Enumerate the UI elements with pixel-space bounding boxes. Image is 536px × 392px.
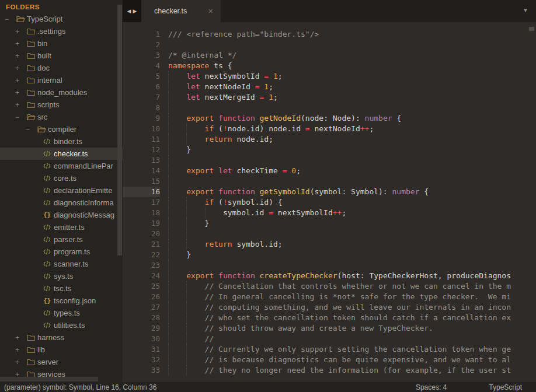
tree-item-tsc-ts[interactable]: tsc.ts	[0, 282, 123, 295]
code-line-4[interactable]: 4namespace ts {	[123, 61, 536, 71]
line-number[interactable]: 28	[123, 313, 160, 323]
line-number[interactable]: 9	[123, 113, 160, 124]
tree-item-server[interactable]: +server	[0, 356, 123, 368]
code-line-25[interactable]: 25// Cancellation that controls whether …	[123, 281, 536, 292]
code-line-20[interactable]: 20	[123, 229, 536, 239]
tree-item-checker-ts[interactable]: checker.ts	[0, 148, 123, 160]
status-indent-setting[interactable]: Spaces: 4	[416, 383, 447, 391]
tree-item-doc[interactable]: +doc	[0, 62, 123, 74]
line-number[interactable]: 29	[123, 323, 160, 334]
expand-toggle-icon[interactable]: +	[15, 346, 27, 354]
expand-toggle-icon[interactable]: +	[15, 64, 27, 72]
tree-item-harness[interactable]: +harness	[0, 331, 123, 344]
line-number[interactable]: 12	[123, 145, 160, 155]
code-line-32[interactable]: 32// is because diagnostics can be quite…	[123, 355, 536, 365]
tab-nav-right-icon[interactable]: ▶	[133, 8, 137, 14]
line-number[interactable]: 19	[123, 218, 160, 229]
tab-close-icon[interactable]: ×	[208, 7, 213, 15]
tree-item-tsconfig-json[interactable]: {}tsconfig.json	[0, 295, 123, 307]
tree-item-typescript[interactable]: −TypeScript	[0, 13, 123, 25]
tree-item-scripts[interactable]: +scripts	[0, 99, 123, 111]
sidebar-vertical-scrollbar[interactable]	[117, 5, 122, 256]
tree-item-built[interactable]: +built	[0, 50, 123, 62]
line-number[interactable]: 11	[123, 134, 160, 145]
line-number[interactable]: 26	[123, 292, 160, 302]
line-number[interactable]: 1	[123, 29, 160, 40]
code-line-21[interactable]: 21return symbol.id;	[123, 239, 536, 250]
tree-item-utilities-ts[interactable]: utilities.ts	[0, 319, 123, 331]
tab-overflow-menu-icon[interactable]: ▼	[523, 7, 528, 13]
tree-item-node-modules[interactable]: +node_modules	[0, 86, 123, 99]
tree-item-emitter-ts[interactable]: emitter.ts	[0, 221, 123, 233]
line-number[interactable]: 16	[123, 187, 160, 197]
editor-vertical-scrollbar[interactable]	[529, 27, 534, 31]
code-line-18[interactable]: 18symbol.id = nextSymbolId++;	[123, 208, 536, 218]
code-line-33[interactable]: 33// they no longer need the information…	[123, 365, 536, 376]
tree-item-lib[interactable]: +lib	[0, 344, 123, 356]
code-line-13[interactable]: 13	[123, 155, 536, 166]
code-line-3[interactable]: 3/* @internal */	[123, 50, 536, 61]
tree-item--settings[interactable]: +.settings	[0, 25, 123, 37]
status-syntax[interactable]: TypeScript	[489, 383, 522, 391]
code-line-10[interactable]: 10if (!node.id) node.id = nextNodeId++;	[123, 124, 536, 134]
code-line-30[interactable]: 30//	[123, 334, 536, 344]
code-line-17[interactable]: 17if (!symbol.id) {	[123, 197, 536, 208]
line-number[interactable]: 3	[123, 50, 160, 61]
code-line-28[interactable]: 28// who set the cancellation token shou…	[123, 313, 536, 323]
expand-toggle-icon[interactable]: +	[15, 40, 27, 48]
line-number[interactable]: 24	[123, 271, 160, 281]
line-number[interactable]: 23	[123, 260, 160, 271]
expand-toggle-icon[interactable]: +	[15, 101, 27, 109]
line-number[interactable]: 25	[123, 281, 160, 292]
sidebar-horizontal-scrollbar[interactable]	[0, 377, 98, 382]
code-line-22[interactable]: 22}	[123, 250, 536, 260]
line-number[interactable]: 5	[123, 71, 160, 82]
expand-toggle-icon[interactable]: −	[26, 125, 37, 134]
expand-toggle-icon[interactable]: −	[15, 113, 27, 121]
line-number[interactable]: 8	[123, 103, 160, 113]
code-line-11[interactable]: 11return node.id;	[123, 134, 536, 145]
tree-item-parser-ts[interactable]: parser.ts	[0, 233, 123, 246]
code-line-7[interactable]: 7let nextMergeId = 1;	[123, 92, 536, 103]
line-number[interactable]: 7	[123, 92, 160, 103]
tree-item-program-ts[interactable]: program.ts	[0, 246, 123, 258]
code-line-24[interactable]: 24export function createTypeChecker(host…	[123, 271, 536, 281]
code-line-6[interactable]: 6let nextNodeId = 1;	[123, 82, 536, 92]
code-line-16[interactable]: 16export function getSymbolId(symbol: Sy…	[123, 187, 536, 197]
expand-toggle-icon[interactable]: +	[15, 52, 27, 60]
line-number[interactable]: 2	[123, 40, 160, 50]
code-line-26[interactable]: 26// In general cancelling is *not* safe…	[123, 292, 536, 302]
tree-item-types-ts[interactable]: types.ts	[0, 307, 123, 319]
expand-toggle-icon[interactable]: +	[15, 358, 27, 366]
line-number[interactable]: 30	[123, 334, 160, 344]
expand-toggle-icon[interactable]: −	[5, 15, 16, 23]
code-line-19[interactable]: 19}	[123, 218, 536, 229]
expand-toggle-icon[interactable]: +	[15, 27, 27, 36]
code-line-23[interactable]: 23	[123, 260, 536, 271]
line-number[interactable]: 31	[123, 344, 160, 355]
line-number[interactable]: 17	[123, 197, 160, 208]
tree-item-diagnosticinforma[interactable]: diagnosticInforma	[0, 197, 123, 209]
line-number[interactable]: 6	[123, 82, 160, 92]
expand-toggle-icon[interactable]: +	[15, 76, 27, 85]
tree-item-bin[interactable]: +bin	[0, 37, 123, 50]
line-number[interactable]: 15	[123, 176, 160, 187]
tree-item-sys-ts[interactable]: sys.ts	[0, 270, 123, 282]
tree-item-declarationemitte[interactable]: declarationEmitte	[0, 184, 123, 197]
expand-toggle-icon[interactable]: +	[15, 89, 27, 97]
line-number[interactable]: 18	[123, 208, 160, 218]
code-line-2[interactable]: 2	[123, 40, 536, 50]
line-number[interactable]: 32	[123, 355, 160, 365]
code-line-5[interactable]: 5let nextSymbolId = 1;	[123, 71, 536, 82]
line-number[interactable]: 13	[123, 155, 160, 166]
line-number[interactable]: 21	[123, 239, 160, 250]
code-line-31[interactable]: 31// Currently we only support setting t…	[123, 344, 536, 355]
tab-nav-left-icon[interactable]: ◀	[127, 8, 131, 14]
code-editor[interactable]: 1/// <reference path="binder.ts"/>23/* @…	[123, 22, 536, 382]
line-number[interactable]: 10	[123, 124, 160, 134]
line-number[interactable]: 27	[123, 302, 160, 313]
code-line-12[interactable]: 12}	[123, 145, 536, 155]
code-line-8[interactable]: 8	[123, 103, 536, 113]
code-line-27[interactable]: 27// computing something, and we will le…	[123, 302, 536, 313]
line-number[interactable]: 4	[123, 61, 160, 71]
